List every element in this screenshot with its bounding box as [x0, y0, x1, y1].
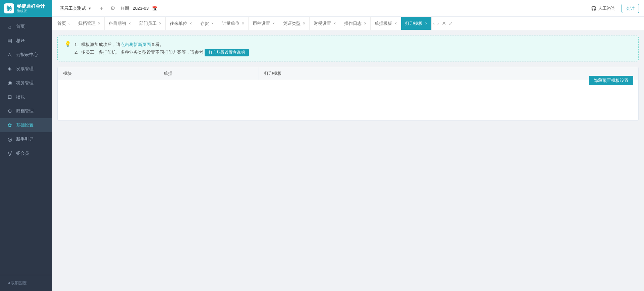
tab-tax-settings[interactable]: 财税设置 × [310, 17, 340, 30]
notice-icon: 💡 [64, 41, 71, 47]
calendar-icon[interactable]: 📅 [152, 6, 158, 11]
service-button[interactable]: 🎧 人工咨询 [588, 4, 618, 13]
hide-template-button[interactable]: 隐藏预置模板设置 [589, 76, 633, 85]
tab-dept-staff-close[interactable]: × [159, 21, 161, 26]
tab-prev-button[interactable]: ‹ [432, 17, 436, 30]
company-selector[interactable]: 基层工会测试 ▼ [57, 4, 94, 13]
tab-dept-staff-label: 部门员工 [139, 20, 157, 27]
company-dropdown-arrow: ▼ [88, 6, 92, 10]
tab-inventory-close[interactable]: × [211, 21, 214, 26]
sidebar-item-settings[interactable]: ✿ 基础设置 [0, 118, 52, 132]
tab-units-close[interactable]: × [242, 21, 244, 26]
tab-home[interactable]: 首页 ‹ [53, 17, 74, 30]
tab-tax-settings-close[interactable]: × [333, 21, 336, 26]
tab-currency[interactable]: 币种设置 × [249, 17, 279, 30]
unpin-label: ◄取消固定 [7, 280, 27, 286]
sidebar-label-settings: 基础设置 [16, 122, 34, 128]
sidebar-item-home[interactable]: ⌂ 首页 [0, 19, 52, 34]
tab-op-log-close[interactable]: × [364, 21, 366, 26]
sidebar-nav: ⌂ 首页 ▤ 总账 △ 云报表中心 ◈ 发票管理 ◉ 税务管理 ⊡ 结账 ⊙ 归… [0, 17, 52, 275]
tab-voucher-type[interactable]: 凭证类型 × [279, 17, 310, 30]
tab-print-template-close[interactable]: × [425, 21, 427, 26]
col-header-single: 单据 [158, 67, 259, 80]
sidebar-label-invoice: 发票管理 [16, 66, 34, 72]
account-button[interactable]: 会计 [622, 4, 639, 13]
tabbar: 首页 ‹ 归档管理 × 科目期初 × 部门员工 × 往来单位 × 存货 × 计量… [52, 17, 644, 30]
tab-home-label: 首页 [57, 20, 66, 27]
sidebar-item-ledger[interactable]: ▤ 总账 [0, 34, 52, 48]
invoice-icon: ◈ [7, 66, 13, 72]
tab-single-form[interactable]: 单据模板 × [371, 17, 401, 30]
company-settings-button[interactable]: ⚙ [108, 4, 117, 12]
sidebar-item-tax[interactable]: ◉ 税务管理 [0, 76, 52, 90]
tab-expand-button[interactable]: ⤢ [447, 17, 454, 30]
content-area: 隐藏预置模板设置 💡 1、模板添加成功后，请点击刷新新页面查看。 2、多员工、多… [52, 30, 644, 291]
notice-refresh-link[interactable]: 点击刷新新页面 [120, 42, 151, 47]
tab-vendors-close[interactable]: × [190, 21, 192, 26]
notice-line2: 2、多员工、多打印机、多种业务类型设置不同打印方案等，请参考打印场景设置宣说明 [74, 48, 249, 56]
sidebar-item-member[interactable]: ⋁ 畅会员 [0, 146, 52, 160]
table-header: 模块 单据 打印模板 [57, 67, 639, 80]
add-tab-button[interactable]: + [98, 5, 105, 12]
tab-next-button[interactable]: › [436, 17, 440, 30]
notice-line1-suffix: 查看。 [151, 42, 164, 47]
table-body [57, 80, 639, 120]
settings-icon: ✿ [7, 122, 13, 128]
tab-vendors[interactable]: 往来单位 × [166, 17, 196, 30]
tab-subject-init-close[interactable]: × [128, 21, 131, 26]
period-label: 账期 [120, 5, 129, 11]
member-icon: ⋁ [7, 150, 13, 156]
sidebar-item-reports[interactable]: △ 云报表中心 [0, 48, 52, 62]
home-icon: ⌂ [7, 24, 13, 30]
col-header-template: 打印模板 [259, 67, 638, 80]
tab-inventory-label: 存货 [200, 20, 209, 27]
sidebar-item-invoice[interactable]: ◈ 发票管理 [0, 62, 52, 76]
unpin-button[interactable]: ◄取消固定 [0, 275, 52, 291]
tab-single-form-close[interactable]: × [394, 21, 397, 26]
print-scene-button[interactable]: 打印场景设置宣说明 [205, 49, 249, 56]
notice-text: 1、模板添加成功后，请点击刷新新页面查看。 2、多员工、多打印机、多种业务类型设… [74, 41, 249, 56]
tab-archive-mgmt[interactable]: 归档管理 × [74, 17, 105, 30]
sidebar-item-archive[interactable]: ⊙ 归档管理 [0, 104, 52, 118]
topbar: 基层工会测试 ▼ + ⚙ 账期 2023-03 📅 🎧 人工咨询 会计 [52, 0, 644, 17]
tab-currency-close[interactable]: × [272, 21, 275, 26]
service-label: 人工咨询 [598, 5, 615, 11]
logo-subtitle: 旗舰版 [17, 9, 45, 13]
sidebar-item-guide[interactable]: ◎ 新手引导 [0, 132, 52, 146]
sidebar-label-reports: 云报表中心 [16, 52, 38, 58]
sidebar-label-tax: 税务管理 [16, 80, 34, 86]
tab-archive-mgmt-label: 归档管理 [78, 20, 96, 27]
sidebar-label-ledger: 总账 [16, 38, 25, 44]
tab-vendors-label: 往来单位 [170, 20, 187, 27]
notice-banner: 💡 1、模板添加成功后，请点击刷新新页面查看。 2、多员工、多打印机、多种业务类… [57, 36, 639, 61]
tab-voucher-type-label: 凭证类型 [283, 20, 301, 27]
tab-archive-mgmt-close[interactable]: × [98, 21, 100, 26]
ledger-icon: ▤ [7, 38, 13, 44]
tab-dept-staff[interactable]: 部门员工 × [135, 17, 166, 30]
tab-print-template[interactable]: 打印模板 × [401, 17, 432, 30]
sidebar-label-close: 结账 [16, 94, 25, 100]
notice-line1-prefix: 1、模板添加成功后，请 [74, 42, 120, 47]
tab-inventory[interactable]: 存货 × [196, 17, 218, 30]
tab-units[interactable]: 计量单位 × [218, 17, 249, 30]
notice-line1: 1、模板添加成功后，请点击刷新新页面查看。 [74, 41, 249, 48]
tab-close-all-button[interactable]: ✕ [440, 17, 447, 30]
tab-op-log[interactable]: 操作日志 × [340, 17, 371, 30]
close-period-icon: ⊡ [7, 94, 13, 100]
archive-icon: ⊙ [7, 108, 13, 114]
tab-op-log-label: 操作日志 [344, 20, 362, 27]
tab-voucher-type-close[interactable]: × [303, 21, 305, 26]
tab-units-label: 计量单位 [222, 20, 239, 27]
sidebar-label-guide: 新手引导 [16, 136, 34, 142]
sidebar-label-archive: 归档管理 [16, 108, 34, 114]
sidebar-item-close[interactable]: ⊡ 结账 [0, 90, 52, 104]
tab-home-nav[interactable]: ‹ [68, 21, 70, 26]
tax-icon: ◉ [7, 80, 13, 86]
tab-tax-settings-label: 财税设置 [314, 20, 331, 27]
tab-subject-init[interactable]: 科目期初 × [105, 17, 135, 30]
col-header-module: 模块 [58, 67, 158, 80]
company-name: 基层工会测试 [60, 5, 86, 11]
period-value: 2023-03 [132, 6, 149, 11]
tab-single-form-label: 单据模板 [375, 20, 392, 27]
logo-icon: 畅 [4, 3, 14, 13]
